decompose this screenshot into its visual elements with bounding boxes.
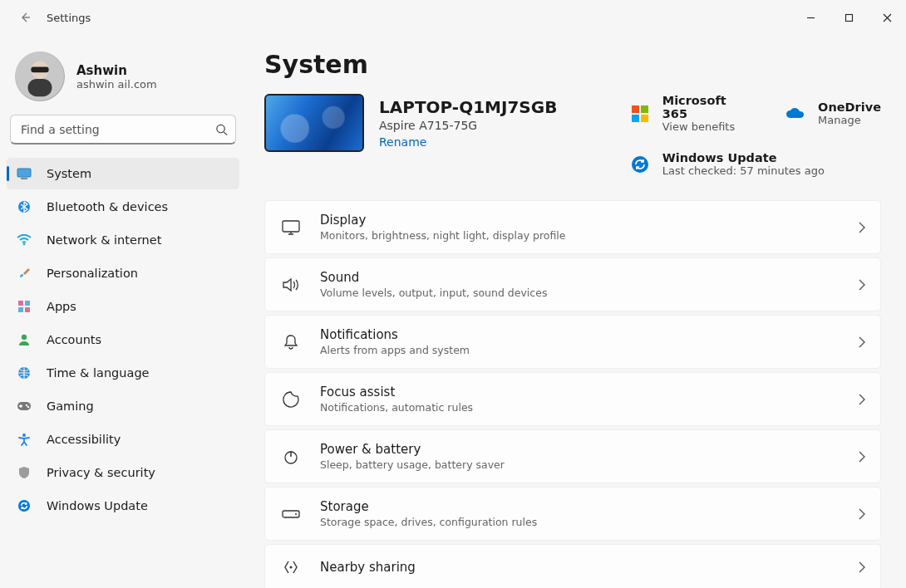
promo-sub: View benefits [662, 120, 755, 133]
sidebar-item-label: Personalization [47, 267, 138, 280]
card-sub: Volume levels, output, input, sound devi… [320, 287, 547, 299]
svg-rect-6 [17, 169, 31, 177]
device-thumbnail [264, 94, 364, 152]
card-focus[interactable]: Focus assist Notifications, automatic ru… [264, 372, 881, 426]
sidebar-item-accessibility[interactable]: Accessibility [7, 424, 239, 455]
svg-point-25 [632, 156, 648, 173]
chevron-right-icon [859, 561, 865, 573]
sidebar-item-label: Time & language [47, 366, 150, 380]
profile-name: Ashwin [76, 63, 157, 78]
main: System LAPTOP-Q1MJ7SGB Aspire A715-75G R… [249, 35, 906, 588]
svg-rect-12 [18, 307, 23, 312]
gaming-icon [17, 399, 32, 414]
display-icon [280, 217, 302, 238]
power-icon [280, 446, 302, 468]
system-icon [17, 166, 32, 181]
card-storage[interactable]: Storage Storage space, drives, configura… [264, 487, 881, 541]
card-title: Storage [320, 499, 537, 514]
card-title: Display [320, 213, 565, 228]
device-block: LAPTOP-Q1MJ7SGB Aspire A715-75G Rename [264, 94, 629, 152]
sidebar-item-brush[interactable]: Personalization [7, 257, 239, 289]
device-name: LAPTOP-Q1MJ7SGB [379, 97, 557, 117]
svg-rect-11 [25, 301, 30, 306]
card-power[interactable]: Power & battery Sleep, battery usage, ba… [264, 429, 881, 483]
sidebar-item-update[interactable]: Windows Update [7, 490, 239, 522]
card-sub: Alerts from apps and system [320, 344, 470, 356]
search-input[interactable] [10, 115, 236, 145]
profile-block[interactable]: Ashwin ashwin ail.com [15, 51, 239, 101]
sidebar-item-gaming[interactable]: Gaming [7, 390, 239, 422]
promo-title: Microsoft 365 [662, 94, 755, 120]
sidebar-item-privacy[interactable]: Privacy & security [7, 457, 239, 488]
onedrive-icon [785, 103, 806, 125]
header-row: LAPTOP-Q1MJ7SGB Aspire A715-75G Rename M… [264, 94, 881, 177]
close-icon [883, 13, 892, 22]
sidebar-item-label: Privacy & security [47, 466, 155, 479]
back-button[interactable] [10, 2, 40, 32]
chevron-right-icon [859, 222, 865, 233]
maximize-button[interactable] [830, 3, 868, 32]
rename-link[interactable]: Rename [379, 135, 557, 149]
svg-rect-7 [21, 178, 27, 179]
card-nearby[interactable]: Nearby sharing [264, 544, 881, 588]
sidebar-item-bluetooth[interactable]: Bluetooth & devices [7, 191, 239, 223]
sound-icon [280, 274, 302, 296]
chevron-right-icon [859, 336, 865, 348]
svg-rect-10 [18, 301, 23, 306]
minimize-button[interactable] [791, 3, 830, 32]
promo-sub: Manage [818, 114, 881, 126]
wifi-icon [17, 233, 32, 247]
page-title: System [264, 50, 881, 79]
card-display[interactable]: Display Monitors, brightness, night ligh… [264, 200, 881, 254]
sidebar-item-wifi[interactable]: Network & internet [7, 224, 239, 256]
svg-point-19 [22, 434, 26, 437]
card-sound[interactable]: Sound Volume levels, output, input, soun… [264, 257, 881, 311]
promo-title: OneDrive [818, 100, 881, 114]
card-notifications[interactable]: Notifications Alerts from apps and syste… [264, 315, 881, 369]
sidebar-item-apps[interactable]: Apps [7, 291, 239, 322]
maximize-icon [844, 13, 854, 22]
chevron-right-icon [859, 279, 865, 291]
svg-rect-22 [641, 105, 648, 113]
nav: SystemBluetooth & devicesNetwork & inter… [7, 158, 239, 522]
time-language-icon [17, 365, 32, 380]
svg-rect-4 [31, 66, 48, 72]
svg-point-5 [217, 125, 224, 132]
storage-icon [280, 503, 302, 525]
sidebar-item-label: Accounts [47, 333, 101, 346]
promo-sub: Last checked: 57 minutes ago [662, 164, 825, 177]
close-button[interactable] [868, 3, 906, 32]
sidebar-item-label: Network & internet [47, 233, 161, 247]
windows-update-icon [629, 154, 651, 175]
window-controls [791, 3, 906, 32]
apps-icon [17, 299, 32, 314]
sidebar-item-accounts[interactable]: Accounts [7, 324, 239, 355]
card-title: Sound [320, 270, 547, 285]
card-title: Power & battery [320, 442, 505, 457]
arrow-left-icon [18, 11, 32, 24]
svg-rect-24 [641, 115, 648, 122]
focus-icon [280, 389, 302, 410]
svg-point-18 [27, 406, 29, 408]
card-title: Focus assist [320, 385, 473, 399]
promo-onedrive[interactable]: OneDrive Manage [785, 94, 881, 133]
privacy-icon [17, 465, 32, 480]
card-sub: Storage space, drives, configuration rul… [320, 516, 537, 528]
update-icon [17, 498, 32, 513]
card-sub: Monitors, brightness, night light, displ… [320, 229, 565, 242]
card-title: Notifications [320, 327, 470, 342]
chevron-right-icon [859, 394, 865, 405]
window-title: Settings [47, 12, 91, 24]
chevron-right-icon [859, 508, 865, 520]
svg-point-30 [290, 566, 293, 569]
notifications-icon [280, 331, 302, 353]
search-icon [215, 124, 228, 136]
sidebar-item-time-language[interactable]: Time & language [7, 357, 239, 389]
promo-microsoft-365[interactable]: Microsoft 365 View benefits [629, 94, 755, 133]
sidebar-item-label: Gaming [47, 399, 94, 413]
sidebar-item-label: Windows Update [47, 499, 148, 512]
sidebar-item-system[interactable]: System [7, 158, 239, 189]
promo-title: Windows Update [662, 151, 825, 164]
promo-windows-update[interactable]: Windows Update Last checked: 57 minutes … [629, 151, 881, 177]
svg-rect-0 [845, 14, 852, 21]
